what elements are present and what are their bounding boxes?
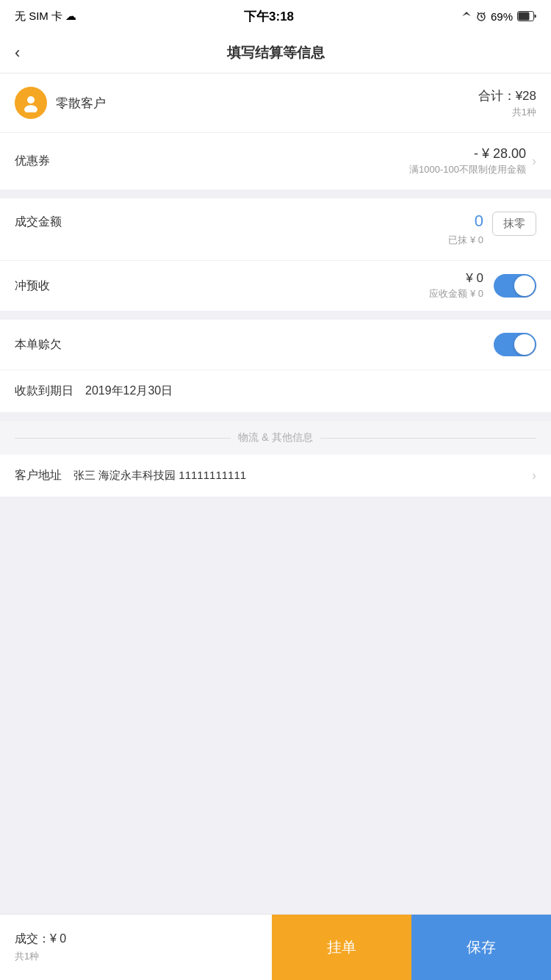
no-sim-text: 无 SIM 卡 ☁ [15,10,76,24]
coupon-amount: - ¥ 28.00 [409,146,526,162]
svg-point-4 [24,105,37,112]
deal-amount-value: 0 [448,212,483,231]
save-button[interactable]: 保存 [411,915,551,980]
round-down-button[interactable]: 抹零 [492,212,536,236]
status-bar: 无 SIM 卡 ☁ 下午3:18 69% [0,0,551,32]
customer-name: 零散客户 [56,95,106,112]
coupon-row[interactable]: 优惠券 - ¥ 28.00 满1000-100不限制使用金额 › [0,132,551,190]
deal-amount-row: 成交金额 0 已抹 ¥ 0 抹零 [0,198,551,260]
status-time: 下午3:18 [244,8,294,25]
logistics-line-left [15,438,231,439]
prepay-amount: ¥ 0 [429,271,483,286]
logistics-title: 物流 & 其他信息 [238,431,312,444]
debt-label: 本单赊欠 [15,337,62,353]
customer-row: 零散客户 合计：¥28 共1种 [0,73,551,132]
prepay-row: 冲预收 ¥ 0 应收金额 ¥ 0 [0,260,551,311]
prepay-info: ¥ 0 应收金额 ¥ 0 [429,271,483,300]
prepay-right: ¥ 0 应收金额 ¥ 0 [429,271,536,300]
debt-toggle-knob [514,334,535,355]
due-date-value: 2019年12月30日 [85,383,173,399]
bottom-deal-label: 成交： [15,932,50,945]
status-right: 69% [461,10,536,23]
prepay-toggle[interactable] [494,274,536,298]
back-button[interactable]: ‹ [15,43,20,62]
bottom-deal-text: 成交：¥ 0 [15,932,257,947]
debt-row: 本单赊欠 [0,320,551,370]
address-row[interactable]: 客户地址 张三 海淀永丰科技园 11111111111 › [0,455,551,497]
prepay-label: 冲预收 [15,278,50,294]
nav-bar: ‹ 填写结算等信息 [0,32,551,73]
location-icon [461,11,472,21]
svg-rect-2 [518,12,529,21]
person-icon [21,93,40,112]
bottom-deal-value: ¥ 0 [50,932,66,945]
page-title: 填写结算等信息 [227,43,325,62]
alarm-icon [476,11,486,21]
status-left: 无 SIM 卡 ☁ [15,10,76,24]
coupon-label: 优惠券 [15,154,50,169]
coupon-right: - ¥ 28.00 满1000-100不限制使用金额 › [409,146,536,176]
coupon-desc: 满1000-100不限制使用金额 [409,163,526,176]
customer-right: 合计：¥28 共1种 [478,87,536,119]
deal-amount-right: 0 已抹 ¥ 0 抹零 [448,212,536,247]
deal-value-wrap: 0 已抹 ¥ 0 [448,212,483,247]
due-date-label: 收款到期日 [15,383,73,399]
prepay-toggle-knob [514,275,535,296]
due-date-row[interactable]: 收款到期日 2019年12月30日 [0,370,551,412]
battery-text: 69% [491,10,513,23]
customer-total: 合计：¥28 [478,87,536,104]
deal-amount-label: 成交金额 [15,212,62,230]
debt-section: 本单赊欠 收款到期日 2019年12月30日 [0,320,551,412]
address-label: 客户地址 [15,468,62,483]
address-chevron-icon: › [532,468,536,483]
bottom-summary: 成交：¥ 0 共1种 [0,915,272,980]
prepay-sub: 应收金额 ¥ 0 [429,287,483,300]
pending-button[interactable]: 挂单 [272,915,411,980]
logistics-header: 物流 & 其他信息 [0,421,551,455]
bottom-bar: 成交：¥ 0 共1种 挂单 保存 [0,914,551,980]
deal-amount-section: 成交金额 0 已抹 ¥ 0 抹零 冲预收 ¥ 0 应收金额 ¥ 0 [0,198,551,311]
logistics-section: 物流 & 其他信息 客户地址 张三 海淀永丰科技园 11111111111 › [0,421,551,497]
content: 零散客户 合计：¥28 共1种 优惠券 - ¥ 28.00 满1000-100不… [0,73,551,579]
battery-icon [517,11,536,21]
customer-section: 零散客户 合计：¥28 共1种 优惠券 - ¥ 28.00 满1000-100不… [0,73,551,190]
coupon-info: - ¥ 28.00 满1000-100不限制使用金额 [409,146,526,176]
logistics-line-right [320,438,536,439]
customer-left: 零散客户 [15,87,106,119]
customer-count: 共1种 [478,106,536,119]
coupon-chevron-icon: › [532,154,536,169]
deal-amount-sub: 已抹 ¥ 0 [448,234,483,247]
debt-toggle[interactable] [494,333,536,356]
svg-point-3 [27,96,35,104]
address-value: 张三 海淀永丰科技园 11111111111 [73,469,532,483]
bottom-count: 共1种 [15,950,257,963]
customer-avatar [15,87,47,119]
